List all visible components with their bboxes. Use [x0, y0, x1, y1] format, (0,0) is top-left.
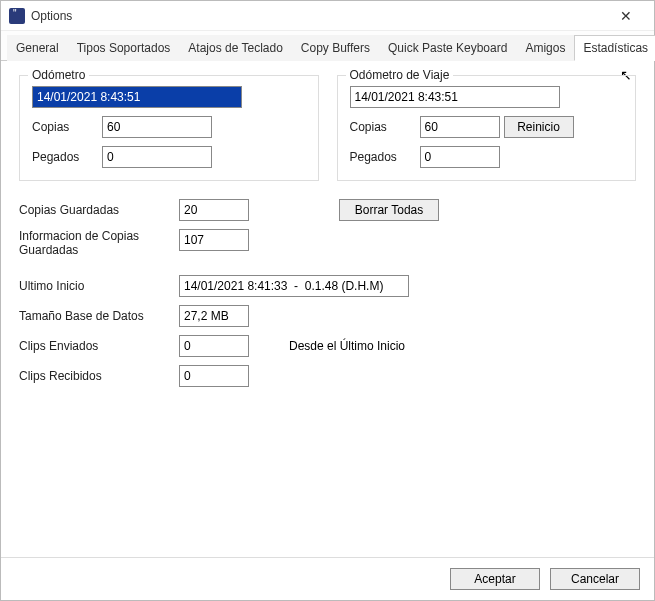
- clips-recv-label: Clips Recibidos: [19, 369, 179, 383]
- tab-bar: GeneralTipos SoportadosAtajos de Teclado…: [1, 31, 654, 61]
- dialog-footer: Aceptar Cancelar: [1, 557, 654, 600]
- db-size-label: Tamaño Base de Datos: [19, 309, 179, 323]
- trip-date[interactable]: [350, 86, 560, 108]
- clips-recv[interactable]: [179, 365, 249, 387]
- window-title: Options: [31, 9, 606, 23]
- last-start[interactable]: [179, 275, 409, 297]
- tab-tipos-soportados[interactable]: Tipos Soportados: [68, 35, 180, 61]
- app-icon: [9, 8, 25, 24]
- trip-pastes[interactable]: [420, 146, 500, 168]
- cancel-button[interactable]: Cancelar: [550, 568, 640, 590]
- tab-general[interactable]: General: [7, 35, 68, 61]
- saved-copies-label: Copias Guardadas: [19, 203, 179, 217]
- tab-quick-paste-keyboard[interactable]: Quick Paste Keyboard: [379, 35, 516, 61]
- trip-copies[interactable]: [420, 116, 500, 138]
- odometer-title: Odómetro: [28, 68, 89, 82]
- saved-info-label: Informacion de Copias Guardadas: [19, 229, 179, 257]
- tab-atajos-de-teclado[interactable]: Atajos de Teclado: [179, 35, 292, 61]
- tab-copy-buffers[interactable]: Copy Buffers: [292, 35, 379, 61]
- odometer-pastes[interactable]: [102, 146, 212, 168]
- titlebar: Options ✕: [1, 1, 654, 31]
- trip-reset-button[interactable]: Reinicio: [504, 116, 574, 138]
- db-size[interactable]: [179, 305, 249, 327]
- trip-odometer-group: Odómetro de Viaje Copias Reinicio Pegado…: [337, 75, 637, 181]
- trip-title: Odómetro de Viaje: [346, 68, 454, 82]
- odometer-copies-label: Copias: [32, 120, 102, 134]
- trip-copies-label: Copias: [350, 120, 420, 134]
- clear-all-button[interactable]: Borrar Todas: [339, 199, 439, 221]
- clips-sent[interactable]: [179, 335, 249, 357]
- options-window: Options ✕ GeneralTipos SoportadosAtajos …: [0, 0, 655, 601]
- saved-info[interactable]: [179, 229, 249, 251]
- trip-pastes-label: Pegados: [350, 150, 420, 164]
- clips-sent-label: Clips Enviados: [19, 339, 179, 353]
- odometer-copies[interactable]: [102, 116, 212, 138]
- since-label: Desde el Último Inicio: [289, 339, 405, 353]
- ok-button[interactable]: Aceptar: [450, 568, 540, 590]
- odometer-pastes-label: Pegados: [32, 150, 102, 164]
- last-start-label: Ultimo Inicio: [19, 279, 179, 293]
- odometer-group: Odómetro Copias Pegados: [19, 75, 319, 181]
- tab-amigos[interactable]: Amigos: [516, 35, 574, 61]
- tab-estadísticas[interactable]: Estadísticas: [574, 35, 655, 61]
- saved-copies[interactable]: [179, 199, 249, 221]
- tab-content: ↖ Odómetro Copias Pegados Odómetro de Vi…: [1, 61, 654, 557]
- odometer-date[interactable]: [32, 86, 242, 108]
- close-button[interactable]: ✕: [606, 8, 646, 24]
